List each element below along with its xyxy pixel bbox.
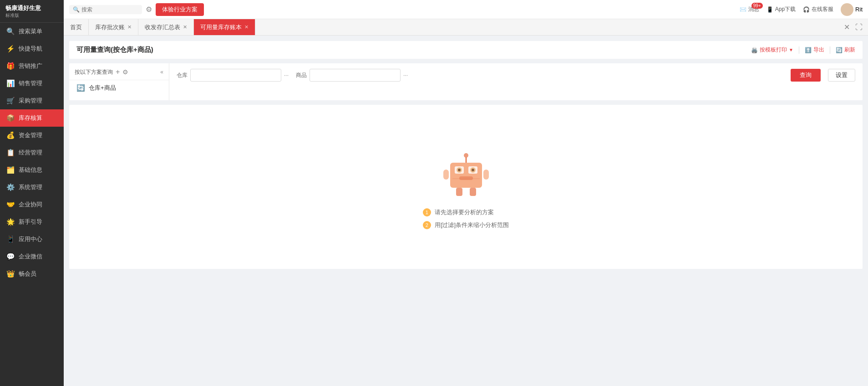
tab-close-icon[interactable]: ✕: [127, 24, 132, 30]
gear-icon[interactable]: ⚙: [146, 5, 152, 14]
sidebar-item-enterprise-wx[interactable]: 💬 企业微信: [0, 248, 64, 265]
hint-num-1: 1: [423, 208, 431, 216]
search-box[interactable]: 🔍: [69, 5, 142, 14]
sidebar-item-label: 快捷导航: [19, 45, 42, 53]
sidebar-item-label: 经营管理: [19, 149, 42, 157]
warehouse-label: 仓库: [177, 72, 188, 79]
tab-available-inventory[interactable]: 可用量库存账本 ✕: [194, 19, 255, 35]
svg-rect-4: [443, 170, 449, 180]
chart-icon: 📊: [6, 79, 15, 87]
user-avatar[interactable]: Rit: [841, 3, 863, 16]
sidebar-item-app-center[interactable]: 📱 应用中心: [0, 231, 64, 248]
page-header: 可用量查询(按仓库+商品) 🖨️ 按模板打印 ▼ ⬆️ 导出 🔄 刷新: [69, 41, 863, 59]
query-sidebar-label: 按以下方案查询: [75, 68, 113, 76]
dropdown-icon: ▼: [789, 47, 793, 52]
sidebar-item-label: 搜索菜单: [19, 27, 42, 36]
refresh-icon: 🔄: [836, 47, 843, 53]
sidebar-item-purchase[interactable]: 🛒 采购管理: [0, 92, 64, 109]
service-label: 在线客服: [812, 5, 833, 13]
sidebar-item-marketing[interactable]: 🎁 营销推广: [0, 57, 64, 75]
tab-close-icon[interactable]: ✕: [244, 24, 249, 30]
export-button[interactable]: ⬆️ 导出: [805, 46, 824, 54]
sidebar-item-search[interactable]: 🔍 搜索菜单: [0, 23, 64, 40]
warehouse-input[interactable]: [190, 69, 281, 82]
sidebar-item-label: 营销推广: [19, 62, 42, 70]
divider: [799, 46, 799, 54]
add-scheme-button[interactable]: +: [116, 68, 120, 76]
svg-point-13: [472, 169, 474, 171]
empty-hint-2-text: 用[过滤]条件来缩小分析范围: [435, 221, 509, 229]
svg-rect-5: [483, 170, 489, 180]
print-label: 按模板打印: [760, 46, 787, 54]
sidebar-item-guide[interactable]: 🌟 新手引导: [0, 213, 64, 231]
sidebar-item-operation[interactable]: 📋 经营管理: [0, 144, 64, 161]
user-name: Rit: [855, 6, 863, 13]
product-more[interactable]: ···: [403, 72, 408, 78]
svg-point-12: [458, 169, 461, 171]
sidebar-item-inventory[interactable]: 📦 库存核算: [0, 109, 64, 127]
experience-industry-button[interactable]: 体验行业方案: [156, 3, 204, 16]
product-filter-group: 商品 ···: [296, 69, 408, 82]
svg-rect-7: [470, 188, 476, 196]
query-button[interactable]: 查询: [791, 69, 821, 82]
export-icon: ⬆️: [805, 47, 812, 53]
page-actions: 🖨️ 按模板打印 ▼ ⬆️ 导出 🔄 刷新: [751, 46, 855, 54]
sidebar-item-basic[interactable]: 🗂️ 基础信息: [0, 161, 64, 179]
query-scheme-item[interactable]: 🔄 仓库+商品: [69, 80, 169, 96]
operation-icon: 📋: [6, 149, 15, 157]
main-area: 🔍 ⚙ 体验行业方案 ✉️ 消息 99+ 📱 App下载 🎧 在线客服 Rit: [64, 0, 868, 386]
tab-close-all-button[interactable]: ✕: [842, 22, 852, 32]
empty-hint-1-text: 请先选择要分析的方案: [435, 208, 494, 216]
tabs-bar: 首页 库存批次账 ✕ 收发存汇总表 ✕ 可用量库存账本 ✕ ✕ ⛶: [64, 19, 868, 36]
product-input[interactable]: [310, 69, 401, 82]
app-download-icon: 📱: [766, 6, 773, 13]
scheme-icon: 🔄: [76, 84, 85, 92]
tab-batch-account[interactable]: 库存批次账 ✕: [89, 19, 138, 35]
tab-expand-button[interactable]: ⛶: [853, 22, 864, 32]
sidebar-item-cooperation[interactable]: 🤝 企业协同: [0, 196, 64, 213]
logo: 畅康通好生意 标准版: [0, 0, 64, 23]
guide-icon: 🌟: [6, 218, 15, 226]
sidebar-item-sales[interactable]: 📊 销售管理: [0, 75, 64, 92]
warehouse-more[interactable]: ···: [284, 72, 289, 78]
sidebar-item-quick-nav[interactable]: ⚡ 快捷导航: [0, 40, 64, 57]
svg-rect-6: [456, 188, 462, 196]
tab-receipt-summary[interactable]: 收发存汇总表 ✕: [138, 19, 194, 35]
refresh-button[interactable]: 🔄 刷新: [836, 46, 855, 54]
sidebar-item-label: 销售管理: [19, 79, 42, 87]
sidebar-item-label: 采购管理: [19, 97, 42, 105]
search-icon: 🔍: [73, 6, 80, 13]
message-button[interactable]: ✉️ 消息 99+: [740, 5, 759, 13]
query-main: 仓库 ··· 商品 ··· 查询 设置: [169, 63, 863, 100]
service-icon: 🎧: [803, 6, 810, 13]
print-template-button[interactable]: 🖨️ 按模板打印 ▼: [751, 46, 793, 54]
cart-icon: 🛒: [6, 97, 15, 105]
search-input[interactable]: [81, 6, 138, 13]
cooperation-icon: 🤝: [6, 201, 15, 209]
sidebar-item-label: 库存核算: [19, 114, 42, 122]
tab-close-icon[interactable]: ✕: [183, 24, 187, 30]
app-download-button[interactable]: 📱 App下载: [766, 5, 796, 13]
sidebar-item-membership[interactable]: 👑 畅会员: [0, 265, 64, 283]
hint-num-2: 2: [423, 221, 431, 229]
avatar-img: [841, 3, 853, 16]
empty-illustration: [439, 144, 493, 199]
sidebar-item-label: 基础信息: [19, 166, 42, 174]
filter-settings-button[interactable]: 设置: [828, 69, 855, 82]
query-sidebar: 按以下方案查询 + ⚙ « 🔄 仓库+商品: [69, 63, 169, 100]
tab-home[interactable]: 首页: [64, 19, 89, 35]
tab-available-inventory-label: 可用量库存账本: [200, 23, 242, 31]
lightning-icon: ⚡: [6, 45, 15, 53]
empty-state: 1 请先选择要分析的方案 2 用[过滤]条件来缩小分析范围: [69, 105, 863, 269]
divider: [830, 46, 830, 54]
collapse-icon[interactable]: «: [160, 69, 163, 75]
sidebar-item-finance[interactable]: 💰 资金管理: [0, 127, 64, 144]
svg-rect-3: [459, 176, 473, 180]
tab-batch-account-label: 库存批次账: [95, 23, 125, 31]
product-label: 商品: [296, 72, 307, 79]
scheme-settings-button[interactable]: ⚙: [122, 68, 128, 76]
sidebar-item-system[interactable]: ⚙️ 系统管理: [0, 179, 64, 196]
online-service-button[interactable]: 🎧 在线客服: [803, 5, 833, 13]
page-title: 可用量查询(按仓库+商品): [76, 46, 153, 54]
empty-hints: 1 请先选择要分析的方案 2 用[过滤]条件来缩小分析范围: [423, 208, 509, 229]
